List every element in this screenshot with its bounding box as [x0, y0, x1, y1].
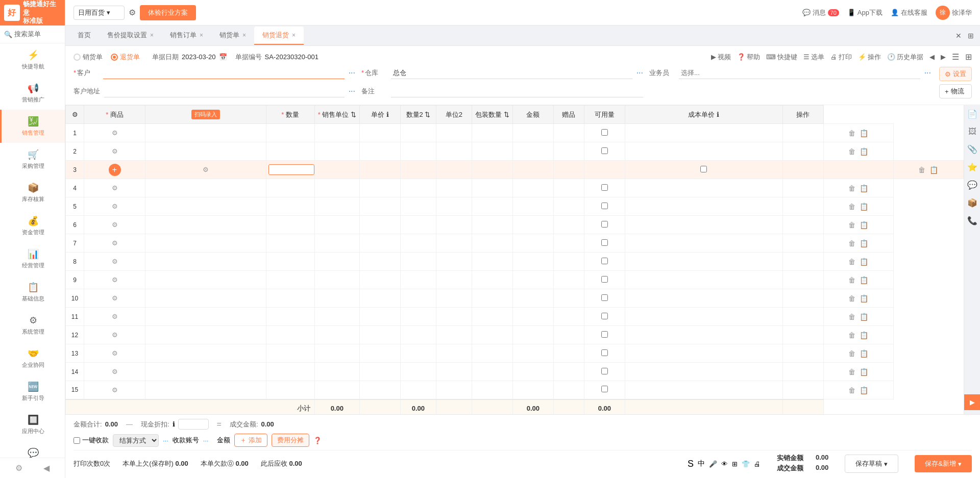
unit-price-cell[interactable]	[400, 289, 436, 308]
gift-checkbox[interactable]	[601, 386, 608, 392]
unit-price-cell[interactable]	[400, 179, 436, 197]
gift-checkbox[interactable]	[601, 368, 608, 374]
gift-checkbox[interactable]	[601, 239, 608, 246]
one-click-pay-check[interactable]	[74, 437, 80, 444]
copy-row-icon[interactable]: 📋	[860, 386, 868, 394]
copy-row-icon[interactable]: 📋	[860, 368, 868, 376]
unit2-cell[interactable]	[472, 363, 512, 381]
unit-price-cell[interactable]	[400, 381, 436, 399]
amount-cell[interactable]	[553, 197, 584, 216]
unit2-cell[interactable]	[472, 326, 512, 344]
tab-home[interactable]: 首页	[69, 27, 99, 45]
qty2-cell[interactable]	[436, 179, 472, 197]
available-cell[interactable]	[625, 142, 782, 161]
gift-checkbox[interactable]	[601, 258, 608, 264]
panel-icon-4[interactable]: ⭐	[967, 162, 977, 172]
available-cell[interactable]	[625, 363, 782, 381]
amount-cell[interactable]	[553, 179, 584, 197]
tab-sales-order[interactable]: 销售订单 ×	[162, 27, 211, 45]
sidebar-item-wechat[interactable]: 💬 企业微信	[0, 441, 65, 458]
qty-cell[interactable]	[314, 289, 359, 308]
unit2-cell[interactable]	[472, 381, 512, 399]
unit-price-cell[interactable]	[400, 124, 436, 142]
delete-row-icon[interactable]: 🗑	[848, 147, 855, 156]
action-video[interactable]: ▶ 视频	[711, 53, 731, 62]
available-cell[interactable]	[625, 197, 782, 216]
copy-row-icon[interactable]: 📋	[860, 331, 868, 339]
pkg-qty-cell[interactable]	[512, 179, 553, 197]
pkg-qty-cell[interactable]	[512, 381, 553, 399]
product-cell[interactable]	[145, 344, 266, 363]
row-gear-icon[interactable]: ⚙	[112, 349, 118, 357]
qty2-cell[interactable]	[436, 197, 472, 216]
logistics-btn[interactable]: + 物流	[939, 84, 972, 98]
cost-price-cell[interactable]	[782, 308, 823, 326]
available-cell[interactable]	[625, 326, 782, 344]
qty-cell[interactable]	[314, 326, 359, 344]
collapse-icon[interactable]: ◀	[43, 463, 50, 473]
tab-price-setting[interactable]: 售价提取设置 ×	[99, 27, 162, 45]
available-cell[interactable]	[625, 253, 782, 271]
taskbar-icon-7[interactable]: 🖨	[754, 460, 761, 468]
sidebar-item-quick-nav[interactable]: ⚡ 快捷导航	[0, 43, 65, 77]
cost-price-cell[interactable]	[782, 179, 823, 197]
unit2-cell[interactable]	[472, 197, 512, 216]
tab-close-sales-return[interactable]: ×	[292, 32, 296, 39]
sales-rep-more-icon[interactable]: ···	[924, 68, 931, 78]
delete-row-icon[interactable]: 🗑	[848, 386, 855, 394]
sales-unit-cell[interactable]	[359, 326, 400, 344]
sales-unit-cell[interactable]	[359, 234, 400, 253]
gift-checkbox[interactable]	[601, 184, 608, 191]
sales-unit-cell[interactable]	[359, 289, 400, 308]
sort-icon[interactable]: ⇅	[351, 111, 356, 118]
action-operate[interactable]: ⚡ 操作	[858, 53, 881, 62]
unit2-cell[interactable]	[472, 344, 512, 363]
warehouse-more-icon[interactable]: ···	[636, 68, 643, 78]
cost-price-cell[interactable]	[782, 344, 823, 363]
unit2-cell[interactable]	[472, 289, 512, 308]
row-gear-icon[interactable]: ⚙	[112, 221, 118, 229]
one-click-pay-checkbox[interactable]: 一键收款	[74, 436, 109, 445]
gift-checkbox[interactable]	[601, 313, 608, 319]
app-download-button[interactable]: 📱 App下载	[847, 8, 883, 17]
add-item-button[interactable]: ＋ 添加	[234, 434, 267, 447]
amount-cell[interactable]	[553, 124, 584, 142]
tab-close-price-setting[interactable]: ×	[150, 32, 154, 39]
sales-unit-cell[interactable]	[359, 363, 400, 381]
table-gear-icon[interactable]: ⚙	[72, 111, 78, 118]
sidebar-item-base-info[interactable]: 📋 基础信息	[0, 275, 65, 309]
taskbar-icon-5[interactable]: ⊞	[732, 460, 738, 468]
sidebar-item-finance[interactable]: 💰 资金管理	[0, 209, 65, 242]
warehouse-input[interactable]	[391, 67, 632, 79]
pkg-qty-cell[interactable]	[512, 197, 553, 216]
qty-cell[interactable]	[314, 179, 359, 197]
row-gear-icon[interactable]: ⚙	[112, 239, 118, 247]
settle-method-select[interactable]: 结算方式	[113, 434, 159, 447]
copy-row-icon[interactable]: 📋	[929, 166, 938, 174]
unit2-cell[interactable]	[472, 308, 512, 326]
row-gear-icon[interactable]: ⚙	[112, 184, 118, 192]
available-cell[interactable]	[625, 179, 782, 197]
delete-row-icon[interactable]: 🗑	[848, 184, 855, 192]
product-cell[interactable]	[145, 234, 266, 253]
unit2-cell[interactable]	[472, 216, 512, 234]
save-draft-button[interactable]: 保存草稿 ▾	[845, 455, 898, 473]
delete-row-icon[interactable]: 🗑	[848, 313, 855, 321]
cost-price-cell[interactable]	[782, 381, 823, 399]
qty-cell[interactable]	[314, 381, 359, 399]
qty-cell[interactable]	[314, 234, 359, 253]
qty-cell[interactable]	[314, 308, 359, 326]
copy-row-icon[interactable]: 📋	[860, 276, 868, 284]
available-cell[interactable]	[625, 381, 782, 399]
available-cell[interactable]	[625, 289, 782, 308]
taskbar-icon-6[interactable]: 👕	[742, 460, 750, 468]
taskbar-icon-4[interactable]: 👁	[721, 460, 728, 468]
qty2-cell[interactable]	[436, 381, 472, 399]
product-cell[interactable]	[145, 216, 266, 234]
customer-more-icon[interactable]: ···	[349, 68, 355, 78]
row-gear-icon[interactable]: ⚙	[112, 313, 118, 320]
cost-price-cell[interactable]	[782, 289, 823, 308]
action-print[interactable]: 🖨 打印	[830, 53, 852, 62]
industry-selector[interactable]: 日用百货 ▾	[74, 6, 125, 20]
radio-return[interactable]: 退货单	[111, 53, 140, 62]
